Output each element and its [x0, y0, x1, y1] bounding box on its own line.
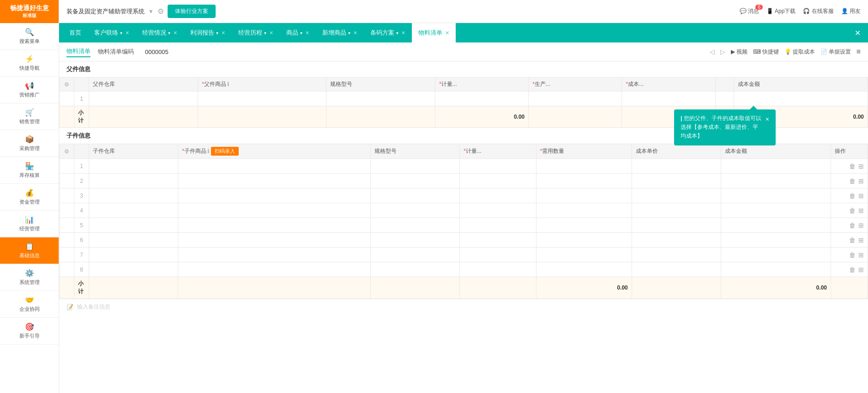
child-row4-delete-icon[interactable]: 🗑: [849, 207, 856, 214]
child-row6-unit-cost[interactable]: [632, 233, 721, 248]
parent-row1-spec[interactable]: [326, 91, 435, 106]
child-row2-needed[interactable]: [536, 174, 632, 188]
child-row6-qty[interactable]: [459, 233, 536, 248]
child-row4-warehouse[interactable]: [89, 203, 178, 218]
child-row7-warehouse[interactable]: [89, 248, 178, 262]
tooltip-close-button[interactable]: ×: [766, 114, 769, 124]
parent-row1-warehouse[interactable]: [89, 91, 198, 106]
nav-tab-profit[interactable]: 利润报告▾✕: [184, 23, 232, 42]
view-video-button[interactable]: ▶ 视频: [731, 48, 747, 56]
sidebar-item-sales[interactable]: 🛒销售管理: [0, 103, 59, 130]
child-row6-spec[interactable]: [370, 233, 459, 248]
child-row4-goods[interactable]: [178, 203, 370, 218]
child-row2-spec[interactable]: [370, 174, 459, 188]
child-row4-unit-cost[interactable]: [632, 203, 721, 218]
sidebar-item-guide[interactable]: 🎯新手引导: [0, 318, 59, 345]
nav-tab-operation-status[interactable]: 经营情况▾✕: [136, 23, 184, 42]
child-row2-copy-icon[interactable]: ⊞: [858, 177, 864, 185]
sidebar-item-quick-nav[interactable]: ⚡快捷导航: [0, 50, 59, 77]
child-row1-copy-icon[interactable]: ⊞: [858, 163, 864, 170]
child-row6-needed[interactable]: [536, 233, 632, 248]
child-row2-warehouse[interactable]: [89, 174, 178, 188]
child-row6-copy-icon[interactable]: ⊞: [858, 236, 864, 244]
nav-tab-goods[interactable]: 商品▾✕: [280, 23, 316, 42]
child-row3-needed[interactable]: [536, 188, 632, 203]
child-row8-warehouse[interactable]: [89, 262, 178, 277]
experience-plan-button[interactable]: 体验行业方案: [168, 5, 216, 18]
child-row2-unit-cost[interactable]: [632, 174, 721, 188]
child-row3-warehouse[interactable]: [89, 188, 178, 203]
tab-close-customer[interactable]: ✕: [125, 30, 129, 36]
child-row7-delete-icon[interactable]: 🗑: [849, 251, 856, 259]
child-row3-unit-cost[interactable]: [632, 188, 721, 203]
child-row1-delete-icon[interactable]: 🗑: [849, 163, 856, 170]
child-row1-spec[interactable]: [370, 159, 459, 174]
child-row3-copy-icon[interactable]: ⊞: [858, 192, 864, 200]
online-service-button[interactable]: 🎧 在线客服: [803, 7, 833, 15]
sidebar-item-finance[interactable]: 💰资金管理: [0, 184, 59, 211]
message-button[interactable]: 💬 消息 6: [740, 7, 759, 15]
child-row2-delete-icon[interactable]: 🗑: [849, 177, 856, 185]
nav-tab-bom[interactable]: 物料清单✕: [412, 23, 456, 42]
sidebar-item-operation[interactable]: 📊经营管理: [0, 211, 59, 237]
child-row5-unit-cost[interactable]: [632, 218, 721, 233]
child-row5-spec[interactable]: [370, 218, 459, 233]
child-row6-goods[interactable]: [178, 233, 370, 248]
child-row3-spec[interactable]: [370, 188, 459, 203]
parent-row1-qty[interactable]: [435, 91, 529, 106]
tab-close-bom[interactable]: ✕: [445, 30, 449, 36]
child-row8-qty[interactable]: [459, 262, 536, 277]
parent-row1-cost[interactable]: [622, 91, 715, 106]
extract-cost-button[interactable]: 💡 提取成本: [784, 48, 815, 56]
child-row1-unit-cost[interactable]: [632, 159, 721, 174]
user-info[interactable]: 👤 用友: [841, 7, 861, 15]
nav-prev-icon[interactable]: ◁: [710, 48, 715, 55]
tab-close-goods[interactable]: ✕: [305, 30, 309, 36]
child-row7-unit-cost[interactable]: [632, 248, 721, 262]
child-row3-qty[interactable]: [459, 188, 536, 203]
child-row2-qty[interactable]: [459, 174, 536, 188]
child-row7-qty[interactable]: [459, 248, 536, 262]
tab-close-profit[interactable]: ✕: [221, 30, 225, 36]
parent-row1-produce[interactable]: [529, 91, 622, 106]
scan-badge[interactable]: 扫码录入: [211, 147, 239, 156]
child-row7-needed[interactable]: [536, 248, 632, 262]
child-row4-copy-icon[interactable]: ⊞: [858, 207, 864, 214]
child-row2-goods[interactable]: [178, 174, 370, 188]
child-row7-spec[interactable]: [370, 248, 459, 262]
child-row4-qty[interactable]: [459, 203, 536, 218]
child-row5-needed[interactable]: [536, 218, 632, 233]
parent-row1-goods[interactable]: [198, 91, 326, 106]
sidebar-item-purchase[interactable]: 📦采购管理: [0, 130, 59, 157]
child-row6-warehouse[interactable]: [89, 233, 178, 248]
sidebar-item-inventory[interactable]: 🏪库存核算: [0, 157, 59, 184]
child-row5-copy-icon[interactable]: ⊞: [858, 222, 864, 229]
nav-tab-business-history[interactable]: 经营历程▾✕: [232, 23, 280, 42]
nav-tab-customer[interactable]: 客户联络▾✕: [88, 23, 136, 42]
nav-tab-barcode[interactable]: 条码方案▾✕: [364, 23, 412, 42]
view-toggle-icon[interactable]: ≡: [856, 48, 861, 56]
child-row8-unit-cost[interactable]: [632, 262, 721, 277]
child-row5-warehouse[interactable]: [89, 218, 178, 233]
child-row5-goods[interactable]: [178, 218, 370, 233]
single-receipt-button[interactable]: 📄 单据设置: [820, 48, 851, 56]
sub-tab-code[interactable]: 物料清单编码: [98, 47, 134, 57]
child-row1-qty[interactable]: [459, 159, 536, 174]
system-dropdown-icon[interactable]: ▼: [148, 8, 154, 15]
child-row7-goods[interactable]: [178, 248, 370, 262]
child-row6-delete-icon[interactable]: 🗑: [849, 236, 856, 244]
child-row7-copy-icon[interactable]: ⊞: [858, 251, 864, 259]
sidebar-item-basic-info[interactable]: 📋基础信息: [0, 237, 59, 264]
child-row4-spec[interactable]: [370, 203, 459, 218]
child-row3-delete-icon[interactable]: 🗑: [849, 192, 856, 200]
tab-close-business-history[interactable]: ✕: [269, 30, 273, 36]
child-row1-warehouse[interactable]: [89, 159, 178, 174]
child-row8-needed[interactable]: [536, 262, 632, 277]
child-row8-delete-icon[interactable]: 🗑: [849, 266, 856, 273]
nav-close-button[interactable]: ✕: [851, 29, 864, 37]
nav-next-icon[interactable]: ▷: [720, 48, 725, 55]
sub-tab-bom[interactable]: 物料清单: [66, 46, 90, 57]
child-row4-needed[interactable]: [536, 203, 632, 218]
sidebar-item-system[interactable]: ⚙️系统管理: [0, 264, 59, 291]
sidebar-item-enterprise[interactable]: 🤝企业协同: [0, 291, 59, 318]
